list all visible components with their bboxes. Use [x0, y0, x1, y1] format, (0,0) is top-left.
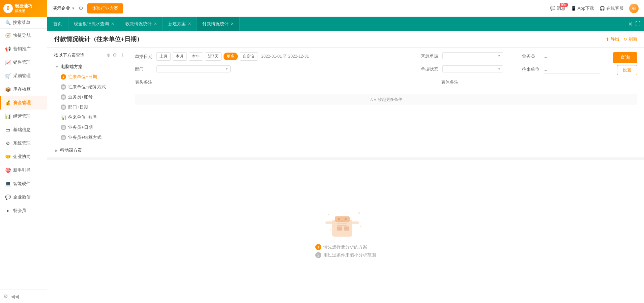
tab-payment-stat[interactable]: 付款情况统计 ✕: [197, 17, 240, 31]
tab-collection-stat-close[interactable]: ✕: [154, 22, 157, 26]
scheme-active-icon: ●: [61, 74, 66, 80]
search-menu[interactable]: 🔍 搜索菜单: [0, 17, 47, 29]
logo-text-block: 畅捷通巧 标准版: [15, 3, 32, 13]
scheme-grid-icon4: ▦: [61, 125, 66, 130]
scheme-item-salesperson-account[interactable]: ▦ 业务员+账号: [54, 92, 124, 102]
sidebar-item-guide[interactable]: 🎯 新手引导: [0, 163, 47, 177]
tab-fullscreen-icon[interactable]: ⛶: [635, 21, 641, 27]
svg-rect-6: [325, 221, 333, 224]
filter-area: 按以下方案查询 ⊕ ⚙ 《 ▼ 电脑端方案: [47, 48, 644, 157]
sidebar-item-label: 基础信息: [13, 127, 31, 133]
message-btn[interactable]: 💬 消息 99+: [550, 5, 565, 11]
source-voucher-dropdown[interactable]: ▾: [442, 52, 503, 59]
scheme-item-label: 往来单位+账号: [68, 114, 97, 120]
custom-btn[interactable]: 自定义: [240, 52, 258, 61]
scheme-group-desktop-title[interactable]: ▼ 电脑端方案: [54, 62, 124, 72]
tab-new-scheme-close[interactable]: ✕: [188, 22, 191, 26]
sidebar-item-label: 企业协同: [13, 154, 31, 160]
scheme-settings-btn[interactable]: ⚙: [113, 52, 117, 58]
tab-new-scheme[interactable]: 新建方案 ✕: [163, 17, 197, 31]
scheme-item-label: 业务员+结算方式: [68, 134, 101, 141]
this-year-btn[interactable]: 本年: [189, 52, 203, 61]
inventory-icon: 📦: [4, 86, 11, 93]
scheme-label: 按以下方案查询: [54, 52, 85, 58]
trial-btn[interactable]: 体验行业方案: [87, 3, 123, 13]
sidebar-item-label: 采购管理: [13, 73, 31, 79]
tab-collection-stat[interactable]: 收款情况统计 ✕: [120, 17, 163, 31]
more-btn[interactable]: 更多: [224, 53, 238, 60]
collapse-scheme-btn[interactable]: 《: [119, 52, 124, 58]
sidebar-item-label: 系统管理: [13, 140, 31, 146]
tab-actions: ✕ ⛶: [625, 17, 644, 31]
sidebar-item-system[interactable]: ⚙ 系统管理: [0, 137, 47, 150]
salesperson-input[interactable]: [544, 52, 600, 60]
app-download-label: App下载: [578, 5, 594, 11]
sidebar-item-hardware[interactable]: 💻 智能硬件: [0, 177, 47, 190]
filter-field-header-remark: 表头备注: [135, 78, 434, 86]
sidebar-item-sales[interactable]: 📈 销售管理: [0, 56, 47, 69]
table-header-remark-input[interactable]: [156, 78, 237, 86]
sidebar-item-basic[interactable]: 🗃 基础信息: [0, 123, 47, 137]
export-btn[interactable]: ⬆ 导出: [606, 36, 619, 42]
collapse-sidebar-icon[interactable]: ◀◀: [11, 293, 19, 300]
search-menu-label: 搜索菜单: [13, 20, 30, 26]
quick-nav-icon: 🧭: [4, 32, 11, 39]
voucher-status-dropdown[interactable]: ▾: [442, 65, 503, 72]
refresh-btn[interactable]: ↻ 刷新: [623, 36, 637, 42]
filter-row-3: 表头备注 表体备注: [135, 78, 603, 86]
tab-bank-flow-close[interactable]: ✕: [111, 22, 114, 26]
sidebar-item-capital[interactable]: 💰 资金管理: [0, 96, 47, 110]
this-month-btn[interactable]: 本月: [173, 52, 187, 61]
desktop-expand-arrow: ▼: [55, 65, 59, 69]
mobile-group-label: 移动端方案: [60, 147, 82, 153]
scheme-item-salesperson-settle[interactable]: ▦ 业务员+结算方式: [54, 132, 124, 143]
tab-close-icon[interactable]: ✕: [628, 21, 633, 27]
tab-home[interactable]: 首页: [47, 17, 68, 31]
counterpart-input[interactable]: [544, 65, 600, 73]
tabbar: 首页 现金银行流水查询 ✕ 收款情况统计 ✕ 新建方案 ✕ 付款情况统计 ✕ ✕…: [47, 17, 644, 31]
scheme-group-mobile-title[interactable]: ▶ 移动端方案: [54, 145, 124, 155]
sidebar-item-operation[interactable]: 📊 经营管理: [0, 110, 47, 123]
add-scheme-btn[interactable]: ⊕: [107, 52, 111, 58]
filter-settings-btn[interactable]: 设置: [617, 65, 637, 75]
scheme-chart-icon: 📊: [61, 115, 66, 120]
user-menu[interactable]: Rit: [629, 4, 639, 13]
settings-footer-icon[interactable]: ⚙: [3, 293, 8, 300]
scheme-item-counterpart-settle[interactable]: ▦ 往来单位+结算方式: [54, 82, 124, 92]
guide-icon: 🎯: [4, 167, 11, 174]
online-service-btn[interactable]: 🎧 在线客服: [599, 5, 624, 11]
sidebar-item-quick-nav[interactable]: 🧭 快捷导航: [0, 29, 47, 42]
query-btn[interactable]: 查询: [613, 52, 637, 63]
topbar-settings-icon[interactable]: ⚙: [79, 5, 83, 11]
desktop-group-label: 电脑端方案: [61, 64, 83, 70]
sidebar-item-collab[interactable]: 🤝 企业协同: [0, 150, 47, 163]
tab-collection-stat-label: 收款情况统计: [125, 21, 152, 27]
last7-btn[interactable]: 近7天: [205, 52, 222, 61]
sidebar-item-vip[interactable]: ♦ 畅会员: [0, 204, 47, 217]
sidebar-item-wechat[interactable]: 💬 企业微信: [0, 190, 47, 204]
sidebar-item-marketing[interactable]: 📢 营销推广: [0, 42, 47, 56]
last-month-btn[interactable]: 上月: [156, 52, 171, 61]
page-title: 付款情况统计（往来单位+日期）: [54, 35, 143, 43]
tab-bank-flow[interactable]: 现金银行流水查询 ✕: [68, 17, 120, 31]
scheme-item-counterpart-account[interactable]: 📊 往来单位+账号: [54, 112, 124, 122]
app-download-btn[interactable]: 📱 App下载: [571, 5, 594, 11]
scheme-item-dept-date[interactable]: ▦ 部门+日期: [54, 102, 124, 112]
refresh-icon: ↻: [623, 37, 627, 42]
empty-hint-2: 2 用过滤条件来缩小分析范围: [315, 252, 376, 258]
scheme-item-counterpart-date[interactable]: ● 往来单位+日期: [54, 72, 124, 82]
table-body-remark-input[interactable]: [463, 78, 544, 86]
page-content: 付款情况统计（往来单位+日期） ⬆ 导出 ↻ 刷新 按以下方案查询: [47, 31, 644, 303]
scheme-item-salesperson-date[interactable]: ▦ 业务员+日期: [54, 122, 124, 132]
filter-main: 按以下方案查询 ⊕ ⚙ 《 ▼ 电脑端方案: [47, 48, 644, 157]
company-selector[interactable]: 演示企业 ▾: [53, 5, 75, 11]
topbar: 演示企业 ▾ ⚙ 体验行业方案 💬 消息 99+ 📱 App下载 🎧 在线客服 …: [47, 0, 644, 17]
mobile-expand-arrow: ▶: [55, 149, 58, 152]
svg-point-14: [330, 229, 331, 231]
sidebar-item-purchase[interactable]: 🛒 采购管理: [0, 69, 47, 83]
sidebar-item-inventory[interactable]: 📦 库存核算: [0, 83, 47, 96]
department-dropdown[interactable]: ▾: [156, 65, 231, 72]
collapse-bar[interactable]: ∧∧ 收起更多条件: [135, 94, 637, 105]
tab-payment-stat-close[interactable]: ✕: [231, 22, 234, 26]
tab-home-label: 首页: [53, 21, 62, 27]
